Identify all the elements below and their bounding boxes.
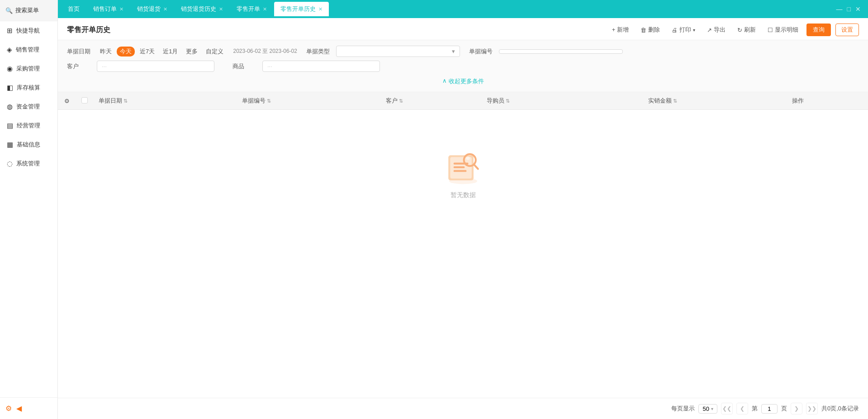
date-opt-yesterday[interactable]: 昨天 [97,47,115,56]
customer-label: 客户 [67,62,92,71]
tab-sales-return[interactable]: 销货退货 ✕ [131,2,174,16]
maximize-button[interactable]: □ [847,5,851,13]
data-table: ⚙单据日期⇅单据编号⇅客户⇅导购员⇅实销金额⇅操作 [58,92,868,235]
search-icon: 🔍 [5,7,13,14]
last-page-button[interactable]: ❯❯ [806,403,818,414]
per-page-label: 每页显示 [671,405,695,413]
date-range-text: 2023-06-02 至 2023-06-02 [233,47,297,55]
filter-row-2: 客户 ··· 商品 ··· [67,61,859,72]
export-button[interactable]: ↗ 导出 [703,24,729,36]
sidebar-nav: ⊞快捷导航◈销售管理◉采购管理◧库存核算◍资金管理▤经营管理▦基础信息◌系统管理 [0,21,57,173]
tab-sales-order[interactable]: 销售订单 ✕ [87,2,130,16]
customer-input[interactable]: ··· [97,61,214,72]
sidebar: 🔍 搜索菜单 ⊞快捷导航◈销售管理◉采购管理◧库存核算◍资金管理▤经营管理▦基础… [0,0,58,419]
tab-label-sales-order: 销售订单 [93,5,117,13]
page-label: 页 [781,405,787,413]
nav-icon-inventory: ◧ [7,84,13,92]
minimize-button[interactable]: — [836,5,843,13]
th-spacer [604,92,643,110]
main-area: 首页销售订单 ✕销货退货 ✕销货退货历史 ✕零售开单 ✕零售开单历史 ✕ — □… [58,0,868,419]
date-opt-more[interactable]: 更多 [183,47,201,56]
empty-state: 暂无数据 [58,110,868,235]
sort-icon-customer: ⇅ [399,98,403,104]
nav-icon-sys-mgmt: ◌ [7,160,13,168]
nav-icon-sales-mgmt: ◈ [7,46,12,54]
add-button[interactable]: + 新增 [608,24,632,36]
tab-retail-open[interactable]: 零售开单 ✕ [230,2,273,16]
th-customer[interactable]: 客户⇅ [380,92,482,110]
next-page-button[interactable]: ❯ [791,403,802,414]
filter-section: 单据日期 昨天今天近7天近1月更多自定义 2023-06-02 至 2023-0… [58,40,868,92]
date-filter-label: 单据日期 [67,47,92,56]
sidebar-item-basic-info[interactable]: ▦基础信息 [0,135,57,154]
goods-placeholder: ··· [267,63,272,70]
page-header: 零售开单历史 + 新增 🗑 删除 🖨 打印 ▾ ↗ 导出 ↻ [58,18,868,40]
search-menu-button[interactable]: 🔍 搜索菜单 [0,0,57,21]
sidebar-item-purchase-mgmt[interactable]: ◉采购管理 [0,59,57,78]
window-controls: — □ ✕ [836,5,864,13]
tab-close-retail-open-history[interactable]: ✕ [318,6,323,12]
tab-close-retail-open[interactable]: ✕ [263,6,267,12]
sidebar-item-operations[interactable]: ▤经营管理 [0,116,57,135]
table-settings-icon[interactable]: ⚙ [64,98,70,104]
date-opt-1month[interactable]: 近1月 [160,47,181,56]
page-size-select[interactable]: 50 ▾ [698,404,717,414]
sidebar-item-inventory[interactable]: ◧库存核算 [0,78,57,97]
settings-button[interactable]: 设置 [835,24,859,36]
query-button[interactable]: 查询 [806,24,831,36]
tabs-container: 首页销售订单 ✕销货退货 ✕销货退货历史 ✕零售开单 ✕零售开单历史 ✕ [62,2,835,16]
tab-close-sales-return-history[interactable]: ✕ [219,6,223,12]
date-opt-custom[interactable]: 自定义 [203,47,227,56]
nav-label-basic-info: 基础信息 [17,141,40,149]
display-detail-button[interactable]: ☐ 显示明细 [764,24,802,36]
nav-label-quick-nav: 快捷导航 [16,27,40,35]
th-checkbox [76,92,93,110]
prev-page-button[interactable]: ❮ [736,403,748,414]
nav-label-sales-mgmt: 销售管理 [16,46,39,54]
print-button[interactable]: 🖨 打印 ▾ [668,24,699,36]
tab-sales-return-history[interactable]: 销货退货历史 ✕ [175,2,229,16]
collapse-button[interactable]: ∧ 收起更多条件 [67,75,859,86]
filter-row-1: 单据日期 昨天今天近7天近1月更多自定义 2023-06-02 至 2023-0… [67,46,859,57]
tab-label-retail-open-history: 零售开单历史 [280,5,316,13]
date-opt-today[interactable]: 今天 [117,47,135,56]
th-no[interactable]: 单据编号⇅ [237,92,380,110]
svg-rect-5 [453,170,466,172]
date-opt-7days[interactable]: 近7天 [137,47,158,56]
th-guide[interactable]: 导购员⇅ [481,92,603,110]
sidebar-item-sales-mgmt[interactable]: ◈销售管理 [0,40,57,59]
tab-close-sales-return[interactable]: ✕ [163,6,167,12]
refresh-button[interactable]: ↻ 刷新 [734,24,759,36]
tab-retail-open-history[interactable]: 零售开单历史 ✕ [274,2,329,16]
th-date[interactable]: 单据日期⇅ [93,92,237,110]
goods-input[interactable]: ··· [262,61,380,72]
th-action: 操作 [787,92,868,110]
svg-point-8 [466,156,470,160]
goods-filter-group: 商品 ··· [232,61,380,72]
delete-button[interactable]: 🗑 删除 [637,24,664,36]
nav-icon-operations: ▤ [7,122,13,130]
tabs-bar: 首页销售订单 ✕销货退货 ✕销货退货历史 ✕零售开单 ✕零售开单历史 ✕ — □… [58,0,868,18]
select-all-checkbox[interactable] [81,97,88,104]
first-page-button[interactable]: ❮❮ [721,403,733,414]
tab-close-sales-order[interactable]: ✕ [119,6,123,12]
th-amount[interactable]: 实销金额⇅ [643,92,786,110]
doc-no-input[interactable] [499,49,623,54]
sidebar-item-sys-mgmt[interactable]: ◌系统管理 [0,154,57,173]
close-button[interactable]: ✕ [855,5,861,13]
checkbox-icon: ☐ [768,27,773,33]
sidebar-item-finance[interactable]: ◍资金管理 [0,97,57,116]
settings-gear-icon[interactable]: ⚙ [5,404,12,413]
nav-icon-purchase-mgmt: ◉ [7,65,13,73]
pagination: 每页显示 50 ▾ ❮❮ ❮ 第 页 ❯ ❯❯ 共0页,0条记录 [58,398,868,419]
collapse-sidebar-icon[interactable]: ◀ [16,404,22,413]
sidebar-item-quick-nav[interactable]: ⊞快捷导航 [0,21,57,40]
doc-type-dropdown[interactable]: ▾ [336,46,460,57]
nav-icon-finance: ◍ [7,103,13,111]
tab-home[interactable]: 首页 [62,2,86,16]
sidebar-bottom: ⚙ ◀ [0,397,57,419]
doc-no-filter-group: 单据编号 [469,47,623,56]
table-container: ⚙单据日期⇅单据编号⇅客户⇅导购员⇅实销金额⇅操作 [58,92,868,398]
dropdown-arrow-icon: ▾ [452,48,455,55]
page-number-input[interactable] [761,404,778,414]
